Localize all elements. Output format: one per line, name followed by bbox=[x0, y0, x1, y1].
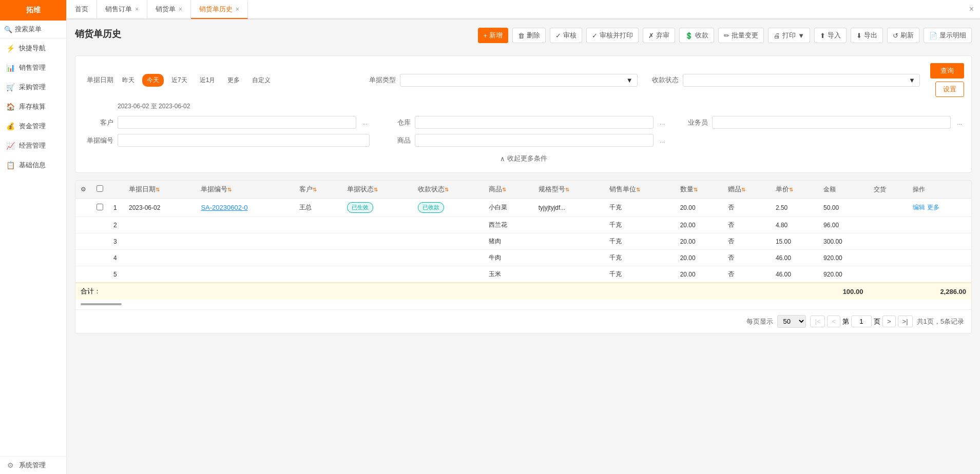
query-button[interactable]: 查询 bbox=[930, 63, 964, 78]
prev-page-button[interactable]: < bbox=[827, 315, 840, 327]
warehouse-input[interactable] bbox=[415, 116, 654, 129]
col-payment-status[interactable]: 收款状态⇅ bbox=[413, 181, 484, 199]
import-button[interactable]: ⬆ 导入 bbox=[814, 28, 847, 43]
table-row: 4 牛肉 千克 20.00 否 46.00 920.00 bbox=[75, 250, 971, 266]
payment-status-select[interactable]: ▼ bbox=[683, 74, 920, 87]
tab-home-label: 首页 bbox=[75, 5, 88, 14]
show-detail-button[interactable]: 📄 显示明细 bbox=[924, 28, 972, 43]
sidebar-item-basic-info[interactable]: 📋 基础信息 bbox=[0, 155, 66, 175]
audit-icon: ✓ bbox=[555, 32, 561, 40]
row-checkbox[interactable] bbox=[91, 266, 108, 283]
refresh-button[interactable]: ↺ 刷新 bbox=[887, 28, 919, 43]
row-customer bbox=[294, 250, 342, 266]
abandon-button[interactable]: ✗ 弃审 bbox=[643, 28, 675, 43]
next-page-button[interactable]: > bbox=[882, 315, 896, 327]
edit-action-button[interactable]: 编辑 bbox=[913, 203, 925, 212]
warehouse-ellipsis[interactable]: ... bbox=[658, 119, 667, 126]
row-spec: tyjyjtyjdf... bbox=[533, 199, 604, 217]
select-all-checkbox[interactable] bbox=[97, 185, 103, 192]
sidebar-item-sys-mgmt[interactable]: ⚙ 系统管理 bbox=[0, 457, 66, 474]
row-amount: 300.00 bbox=[818, 233, 869, 250]
batch-change-button[interactable]: ✏ 批量变更 bbox=[718, 28, 764, 43]
date-btn-today[interactable]: 今天 bbox=[142, 74, 164, 87]
customer-ellipsis[interactable]: ... bbox=[360, 119, 370, 126]
col-spec[interactable]: 规格型号⇅ bbox=[533, 181, 604, 199]
goods-ellipsis[interactable]: ... bbox=[658, 137, 667, 144]
salesperson-input[interactable] bbox=[712, 116, 951, 129]
date-btn-more[interactable]: 更多 bbox=[223, 74, 244, 87]
row-index: 5 bbox=[108, 266, 124, 283]
page-input[interactable] bbox=[851, 315, 872, 327]
more-action-button[interactable]: 更多 bbox=[927, 203, 939, 212]
audit-print-button[interactable]: ✓ 审核并打印 bbox=[586, 28, 639, 43]
doc-no-link[interactable]: SA-20230602-0 bbox=[201, 204, 247, 211]
sidebar-item-purchase-mgmt[interactable]: 🛒 采购管理 bbox=[0, 77, 66, 97]
row-select-checkbox[interactable] bbox=[97, 204, 103, 210]
row-price: 46.00 bbox=[771, 250, 818, 266]
tab-sales-delivery[interactable]: 销货单 × bbox=[147, 0, 191, 18]
sidebar-item-ops-mgmt[interactable]: 📈 经营管理 bbox=[0, 136, 66, 155]
tab-sales-order-close[interactable]: × bbox=[135, 6, 139, 13]
tab-sales-delivery-history[interactable]: 销货单历史 × bbox=[191, 1, 248, 19]
action-buttons: 编辑 更多 bbox=[913, 203, 966, 212]
tab-home[interactable]: 首页 bbox=[67, 0, 97, 18]
date-btn-7days[interactable]: 近7天 bbox=[167, 74, 192, 87]
salesperson-ellipsis[interactable]: ... bbox=[955, 119, 964, 126]
date-btn-1month[interactable]: 近1月 bbox=[195, 74, 220, 87]
tab-sales-delivery-close[interactable]: × bbox=[179, 6, 182, 13]
horizontal-scrollbar[interactable] bbox=[81, 303, 122, 305]
sidebar: 拓维 🔍 搜索菜单 ⚡ 快捷导航 📊 销售管理 🛒 采购管理 🏠 库存核算 💰 … bbox=[0, 0, 67, 474]
row-trade bbox=[869, 199, 908, 217]
sidebar-search[interactable]: 🔍 搜索菜单 bbox=[0, 21, 66, 38]
tab-sales-delivery-history-close[interactable]: × bbox=[236, 6, 239, 13]
tab-close-all[interactable]: × bbox=[963, 5, 980, 14]
doc-type-select[interactable]: ▼ bbox=[400, 74, 637, 87]
print-button[interactable]: 🖨 打印 ▼ bbox=[768, 28, 810, 43]
sidebar-item-quick-nav[interactable]: ⚡ 快捷导航 bbox=[0, 38, 66, 58]
sidebar-item-finance[interactable]: 💰 资金管理 bbox=[0, 116, 66, 136]
col-customer[interactable]: 客户⇅ bbox=[294, 181, 342, 199]
first-page-button[interactable]: |< bbox=[810, 315, 825, 327]
page-text-label: 第 bbox=[842, 317, 849, 326]
add-button[interactable]: + 新增 bbox=[478, 28, 509, 43]
row-checkbox[interactable] bbox=[91, 250, 108, 266]
sidebar-item-sales-mgmt[interactable]: 📊 销售管理 bbox=[0, 58, 66, 77]
payment-status-dropdown-icon: ▼ bbox=[909, 76, 915, 84]
tab-sales-order[interactable]: 销售订单 × bbox=[97, 0, 147, 18]
row-checkbox[interactable] bbox=[91, 199, 108, 217]
col-settings[interactable]: ⚙ bbox=[75, 181, 91, 199]
row-qty: 20.00 bbox=[675, 250, 723, 266]
sidebar-item-inventory[interactable]: 🏠 库存核算 bbox=[0, 97, 66, 116]
tab-sales-order-label: 销售订单 bbox=[105, 5, 132, 14]
row-amount: 920.00 bbox=[818, 266, 869, 283]
last-page-button[interactable]: >| bbox=[898, 315, 913, 327]
row-checkbox[interactable] bbox=[91, 233, 108, 250]
col-price[interactable]: 单价⇅ bbox=[771, 181, 818, 199]
goods-input[interactable] bbox=[415, 134, 654, 147]
row-spec bbox=[533, 233, 604, 250]
row-index: 3 bbox=[108, 233, 124, 250]
doc-no-input[interactable] bbox=[118, 134, 370, 147]
customer-input[interactable] bbox=[118, 116, 356, 129]
col-doc-status[interactable]: 单据状态⇅ bbox=[342, 181, 413, 199]
date-btn-custom[interactable]: 自定义 bbox=[247, 74, 275, 87]
audit-button[interactable]: ✓ 审核 bbox=[550, 28, 582, 43]
col-qty[interactable]: 数量⇅ bbox=[675, 181, 723, 199]
footer-total-amount: 2,286.00 bbox=[940, 288, 966, 295]
row-checkbox[interactable] bbox=[91, 217, 108, 233]
collapse-button[interactable]: ∧ 收起更多条件 bbox=[498, 152, 549, 165]
col-date[interactable]: 单据日期⇅ bbox=[124, 181, 196, 199]
row-price: 2.50 bbox=[771, 199, 818, 217]
date-btn-yesterday[interactable]: 昨天 bbox=[118, 74, 139, 87]
col-goods[interactable]: 商品⇅ bbox=[484, 181, 533, 199]
col-doc-no[interactable]: 单据编号⇅ bbox=[196, 181, 294, 199]
export-button[interactable]: ⬇ 导出 bbox=[851, 28, 883, 43]
row-actions bbox=[908, 233, 971, 250]
col-unit[interactable]: 销售单位⇅ bbox=[604, 181, 675, 199]
per-page-select[interactable]: 50 100 200 bbox=[777, 315, 806, 328]
setting-button[interactable]: 设置 bbox=[935, 82, 964, 97]
collect-button[interactable]: 💲 收款 bbox=[679, 28, 714, 43]
row-payment-status bbox=[413, 233, 484, 250]
delete-button[interactable]: 🗑 删除 bbox=[512, 28, 546, 43]
col-gift[interactable]: 赠品⇅ bbox=[723, 181, 771, 199]
